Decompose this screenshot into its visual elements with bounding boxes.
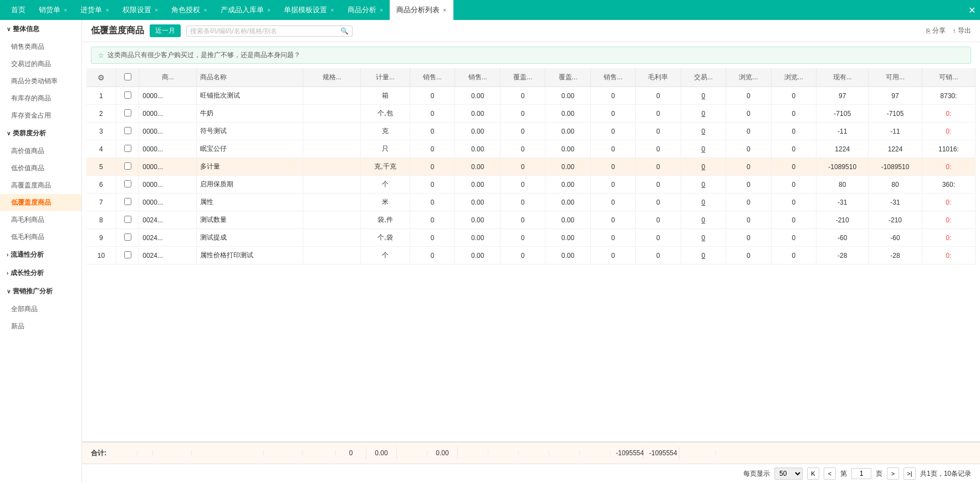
sidebar-item-high-coverage[interactable]: 高覆盖度商品 [0,177,81,194]
cell-browse1: 0 [726,87,771,105]
tx-link[interactable]: 0 [702,92,706,100]
tx-link[interactable]: 0 [702,163,706,171]
tx-link[interactable]: 0 [702,199,706,206]
cell-unit: 个,包 [361,105,410,123]
nav-template-close[interactable]: × [330,7,334,13]
last-page-button[interactable]: >| [904,467,916,480]
tx-link[interactable]: 0 [702,145,706,153]
sidebar-item-new-goods[interactable]: 新品 [0,318,81,335]
tx-link[interactable]: 0 [702,252,706,260]
row-checkbox[interactable] [124,109,131,116]
cell-checkbox[interactable] [116,247,139,265]
sidebar-item-in-stock[interactable]: 有库存的商品 [0,90,81,107]
nav-purchase-close[interactable]: × [105,7,109,13]
sidebar-item-high-value[interactable]: 高价值商品 [0,143,81,160]
table-container: ⚙ 商... 商品名称 规格... 计量... 销售... 销售... 覆盖..… [86,68,976,441]
sidebar-item-stock-capital[interactable]: 库存资金占用 [0,107,81,124]
nav-goods-list-close[interactable]: × [443,7,446,13]
sidebar-item-low-value[interactable]: 低价值商品 [0,160,81,177]
nav-sales-close[interactable]: × [64,7,67,13]
cell-checkbox[interactable] [116,123,139,140]
cell-checkbox[interactable] [116,87,139,105]
row-checkbox[interactable] [124,251,131,258]
tx-link[interactable]: 0 [702,181,706,189]
nav-permission[interactable]: 权限设置 × [116,0,165,20]
nav-role[interactable]: 角色授权 × [165,0,213,20]
sidebar-section-growth[interactable]: › 成长性分析 [0,264,81,282]
tx-link[interactable]: 0 [702,216,706,224]
export-button[interactable]: ↑ 导出 [952,26,971,35]
time-filter-button[interactable]: 近一月 [150,24,181,37]
nav-product-in[interactable]: 产成品入库单 × [214,0,277,20]
tx-link[interactable]: 0 [702,128,706,135]
row-checkbox[interactable] [124,180,131,187]
th-sales3: 销售... [590,68,635,87]
cell-sales-num: 0 [410,211,455,229]
close-all-tabs[interactable]: ✕ [968,5,976,16]
table-header-row: ⚙ 商... 商品名称 规格... 计量... 销售... 销售... 覆盖..… [86,68,976,87]
cell-code: 0000... [139,194,197,211]
nav-template[interactable]: 单据模板设置 × [277,0,340,20]
first-page-button[interactable]: K [807,467,819,480]
row-checkbox[interactable] [124,162,131,170]
cell-sales3: 0 [590,194,635,211]
cell-sales-amt: 0.00 [455,105,500,123]
nav-purchase[interactable]: 进货单 × [74,0,115,20]
cell-checkbox[interactable] [116,140,139,158]
cell-cov1: 0 [500,176,545,194]
nav-goods-analysis[interactable]: 商品分析 × [341,0,390,20]
sidebar-item-all-goods[interactable]: 全部商品 [0,301,81,318]
nav-sales[interactable]: 销货单 × [32,0,74,20]
tx-link[interactable]: 0 [702,110,706,118]
sidebar-item-high-margin[interactable]: 高毛利商品 [0,211,81,228]
cell-checkbox[interactable] [116,105,139,123]
th-gross: 毛利率 [636,68,681,87]
th-checkbox[interactable] [116,68,139,87]
row-checkbox[interactable] [124,91,131,99]
cell-checkbox[interactable] [116,194,139,211]
cell-spec [303,247,361,265]
cell-checkbox[interactable] [116,211,139,229]
row-checkbox[interactable] [124,127,131,134]
section-arrow-overall: ∨ [7,26,11,32]
row-checkbox[interactable] [124,233,131,241]
cell-checkbox[interactable] [116,176,139,194]
nav-role-close[interactable]: × [203,7,207,13]
row-checkbox[interactable] [124,198,131,205]
cell-browse2: 0 [771,229,816,247]
sidebar-item-sales-goods[interactable]: 销售类商品 [0,38,81,55]
share-button[interactable]: ⎘ 分享 [926,26,946,35]
next-page-button[interactable]: > [887,467,899,480]
cell-checkbox[interactable] [116,229,139,247]
tx-link[interactable]: 0 [702,234,706,242]
select-all-checkbox[interactable] [124,73,131,80]
row-checkbox[interactable] [124,145,131,152]
cell-sales-num: 0 [410,176,455,194]
sidebar-item-category-rate[interactable]: 商品分类动销率 [0,73,81,90]
search-input[interactable] [190,27,340,35]
cell-spec [303,140,361,158]
sidebar-item-traded-goods[interactable]: 交易过的商品 [0,55,81,73]
page-number-input[interactable] [851,468,871,479]
total-empty5 [264,451,303,455]
th-sellable: 可销... [922,68,975,87]
per-page-select[interactable]: 50 20 100 [774,467,803,480]
nav-goods-analysis-close[interactable]: × [380,7,383,13]
sidebar-item-low-margin[interactable]: 低毛利商品 [0,228,81,246]
nav-home[interactable]: 首页 [4,0,32,20]
sidebar-section-overall[interactable]: ∨ 整体信息 [0,20,81,38]
sidebar-item-low-coverage[interactable]: 低覆盖度商品 [0,194,81,211]
total-empty11 [580,451,610,455]
nav-goods-analysis-list[interactable]: 商品分析列表 × [390,0,453,20]
nav-product-close[interactable]: × [267,7,270,13]
search-icon[interactable]: 🔍 [340,27,349,35]
row-checkbox[interactable] [124,216,131,223]
cell-checkbox[interactable] [116,158,139,176]
sidebar-section-liquidity[interactable]: › 流通性分析 [0,246,81,264]
th-settings[interactable]: ⚙ [86,68,116,87]
prev-page-button[interactable]: < [824,467,836,480]
sidebar-section-marketing[interactable]: ∨ 营销推广分析 [0,282,81,301]
search-box-container: 🔍 [186,26,353,37]
sidebar-section-cluster[interactable]: ∨ 类群度分析 [0,124,81,143]
nav-permission-close[interactable]: × [155,7,158,13]
